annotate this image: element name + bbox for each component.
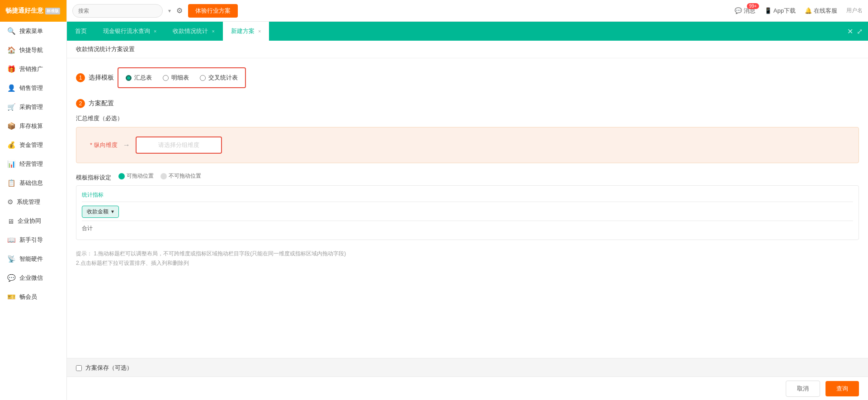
action-bar: 取消 查询 [67, 376, 868, 400]
option-cross[interactable]: 交叉统计表 [200, 74, 238, 82]
option-summary-label: 汇总表 [134, 74, 152, 82]
sidebar: 畅捷通好生意 标准版 🔍 搜索菜单 🏠 快捷导航 🎁 营销推广 👤 销售管理 🛒… [0, 0, 67, 400]
sidebar-label-operations: 经营管理 [19, 160, 43, 168]
gift-icon: 🎁 [7, 65, 16, 73]
radio-summary[interactable] [126, 75, 132, 81]
metrics-header: 模板指标设定 可拖动位置 不可拖动位置 [76, 172, 859, 182]
metrics-title: 模板指标设定 [76, 174, 111, 181]
metrics-sub-label: 合计 [82, 225, 93, 232]
monitor-icon: 🖥 [7, 217, 14, 225]
sidebar-item-search[interactable]: 🔍 搜索菜单 [0, 22, 66, 41]
query-button[interactable]: 查询 [826, 381, 859, 396]
money-icon: 💰 [7, 141, 16, 149]
message-icon: 💬 [735, 7, 742, 14]
sidebar-item-wechat[interactable]: 💬 企业微信 [0, 268, 66, 287]
app-download-button[interactable]: 📱 App下载 [764, 7, 796, 15]
metrics-config-area: 统计指标 收款金额 ▾ 合计 [76, 185, 859, 240]
hint-item-1: 提示： 1.拖动标题栏可以调整布局，不可跨维度或指标区域拖动栏目字段(只能在同一… [76, 249, 859, 259]
save-checkbox[interactable] [76, 365, 82, 371]
movable-badge: 可拖动位置 [118, 172, 154, 180]
sidebar-label-inventory: 库存核算 [19, 122, 43, 130]
sidebar-label-finance: 资金管理 [19, 141, 43, 149]
config-body: 1 选择模板 汇总表 明细表 交叉统计表 [67, 58, 868, 358]
tab-new-plan[interactable]: 新建方案 × [223, 22, 269, 41]
hint-text: 提示： 1.拖动标题栏可以调整布局，不可跨维度或指标区域拖动栏目字段(只能在同一… [76, 249, 859, 268]
app-logo: 畅捷通好生意 标准版 [0, 0, 66, 22]
tab-home[interactable]: 首页 [67, 22, 95, 41]
sidebar-item-quick-nav[interactable]: 🏠 快捷导航 [0, 41, 66, 60]
movable-dot-teal [118, 173, 125, 179]
sidebar-item-hardware[interactable]: 📡 智能硬件 [0, 249, 66, 268]
tag-dropdown-icon[interactable]: ▾ [111, 208, 114, 215]
sidebar-item-finance[interactable]: 💰 资金管理 [0, 136, 66, 155]
option-cross-label: 交叉统计表 [208, 74, 238, 82]
metrics-section: 模板指标设定 可拖动位置 不可拖动位置 [76, 172, 859, 240]
dimension-section-label: 汇总维度（必选） [76, 114, 859, 122]
tab-payment-stats-label: 收款情况统计 [173, 27, 208, 35]
step1-title: 选择模板 [89, 74, 114, 82]
metrics-group-label: 统计指标 [82, 191, 853, 202]
option-summary[interactable]: 汇总表 [126, 74, 152, 82]
main-area: ▾ ⚙ 体验行业方案 💬 消息 99+ 📱 App下载 🔔 在线客服 用户名 首… [67, 0, 868, 400]
sidebar-item-member[interactable]: 🎫 畅会员 [0, 287, 66, 306]
topbar: ▾ ⚙ 体验行业方案 💬 消息 99+ 📱 App下载 🔔 在线客服 用户名 [67, 0, 868, 22]
save-row: 方案保存（可选） [67, 358, 868, 376]
tab-payment-stats[interactable]: 收款情况统计 × [165, 22, 222, 41]
movable-dot-gray [160, 173, 167, 179]
expand-window-icon[interactable]: ⤢ [857, 27, 863, 36]
step2-num: 2 [76, 99, 85, 108]
step1-header: 1 选择模板 汇总表 明细表 交叉统计表 [76, 67, 859, 88]
tab-payment-stats-close[interactable]: × [212, 28, 214, 34]
step2-title: 方案配置 [89, 99, 114, 108]
sidebar-item-basic-info[interactable]: 📋 基础信息 [0, 174, 66, 193]
notifications-button[interactable]: 💬 消息 99+ [735, 7, 755, 15]
sidebar-item-sales[interactable]: 👤 销售管理 [0, 79, 66, 98]
unmovable-label: 不可拖动位置 [169, 172, 201, 180]
hardware-icon: 📡 [7, 255, 16, 263]
search-input[interactable] [72, 4, 163, 18]
sidebar-item-inventory[interactable]: 📦 库存核算 [0, 117, 66, 136]
cart-icon: 🛒 [7, 103, 16, 111]
sidebar-label-search: 搜索菜单 [19, 27, 43, 35]
online-service-button[interactable]: 🔔 在线客服 [805, 7, 837, 15]
sidebar-item-guide[interactable]: 📖 新手引导 [0, 231, 66, 249]
sidebar-item-enterprise[interactable]: 🖥 企业协同 [0, 212, 66, 231]
dimension-select-button[interactable]: 请选择分组维度 [136, 136, 222, 154]
sidebar-item-marketing[interactable]: 🎁 营销推广 [0, 60, 66, 79]
user-icon: 👤 [7, 84, 16, 92]
topbar-right: 💬 消息 99+ 📱 App下载 🔔 在线客服 用户名 [735, 7, 863, 15]
tab-actions: ✕ ⤢ [847, 27, 868, 36]
close-window-icon[interactable]: ✕ [847, 27, 853, 36]
dimension-area: 纵向维度 → 请选择分组维度 [76, 127, 859, 163]
sidebar-item-operations[interactable]: 📊 经营管理 [0, 155, 66, 174]
search-icon: 🔍 [7, 27, 16, 35]
settings-icon[interactable]: ⚙ [176, 6, 183, 15]
radio-detail[interactable] [163, 75, 169, 81]
save-label: 方案保存（可选） [85, 364, 132, 372]
step2-section: 2 方案配置 汇总维度（必选） 纵向维度 → 请选择分组维度 [76, 99, 859, 268]
option-detail[interactable]: 明细表 [163, 74, 189, 82]
sidebar-label-system: 系统管理 [17, 198, 40, 206]
breadcrumb: 收款情况统计方案设置 [76, 46, 135, 52]
sidebar-item-purchase[interactable]: 🛒 采购管理 [0, 98, 66, 117]
cancel-button[interactable]: 取消 [786, 381, 820, 397]
tab-bank-flow-close[interactable]: × [154, 28, 156, 34]
sidebar-label-quick-nav: 快捷导航 [19, 46, 43, 54]
app-download-icon: 📱 [764, 7, 772, 14]
home-icon: 🏠 [7, 46, 16, 54]
tab-new-plan-close[interactable]: × [258, 28, 261, 34]
app-name: 畅捷通好生意 [5, 7, 43, 15]
metrics-tag[interactable]: 收款金额 ▾ [82, 206, 119, 218]
movable-label: 可拖动位置 [127, 172, 154, 180]
sidebar-item-system[interactable]: ⚙ 系统管理 [0, 193, 66, 212]
tab-bank-flow[interactable]: 现金银行流水查询 × [95, 22, 165, 41]
service-icon: 🔔 [805, 7, 812, 14]
gear-icon: ⚙ [7, 198, 13, 206]
sidebar-label-hardware: 智能硬件 [19, 255, 43, 263]
sidebar-label-enterprise: 企业协同 [18, 217, 41, 225]
industry-plan-button[interactable]: 体验行业方案 [188, 4, 238, 18]
radio-cross[interactable] [200, 75, 206, 81]
dropdown-arrow-icon[interactable]: ▾ [168, 8, 171, 14]
arrow-right-icon: → [123, 141, 130, 149]
dimension-title: 汇总维度（必选） [76, 115, 123, 122]
